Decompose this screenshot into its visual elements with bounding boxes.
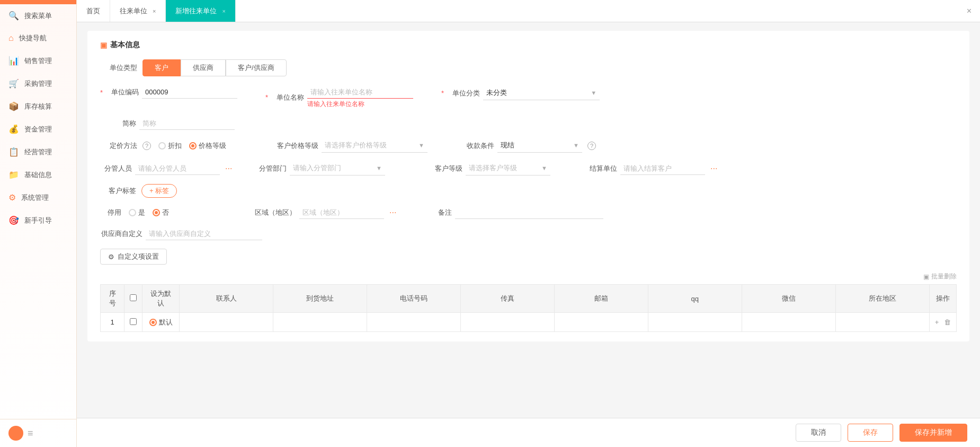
save-button[interactable]: 保存 bbox=[848, 424, 893, 442]
disable-option-yes[interactable]: 是 bbox=[129, 208, 145, 217]
tab-partners[interactable]: 往来单位 × bbox=[110, 0, 166, 22]
menu-icon[interactable]: ≡ bbox=[28, 428, 33, 439]
qq-input[interactable] bbox=[654, 316, 736, 328]
sidebar-item-sales[interactable]: 📊 销售管理 bbox=[0, 49, 76, 72]
sidebar-item-inventory[interactable]: 📦 库存核算 bbox=[0, 95, 76, 118]
type-btn-supplier[interactable]: 供应商 bbox=[181, 59, 226, 76]
required-star: * bbox=[100, 89, 103, 97]
radio-circle-level bbox=[189, 142, 197, 150]
pricing-method-label: 定价方法 bbox=[100, 141, 137, 151]
sidebar-item-quick-nav[interactable]: ⌂ 快捷导航 bbox=[0, 27, 76, 49]
select-all-checkbox[interactable] bbox=[130, 294, 137, 301]
more-icon[interactable]: ··· bbox=[710, 164, 717, 173]
type-btn-both[interactable]: 客户/供应商 bbox=[226, 59, 287, 76]
radio-dot bbox=[152, 321, 155, 324]
customer-price-level-select[interactable]: 请选择客户价格等级 ▼ bbox=[322, 138, 427, 153]
batch-delete-label[interactable]: 批量删除 bbox=[931, 272, 957, 281]
cancel-button[interactable]: 取消 bbox=[796, 424, 841, 442]
sidebar-item-system[interactable]: ⚙ 系统管理 bbox=[0, 186, 76, 209]
region-cell-input[interactable] bbox=[841, 316, 924, 328]
unit-type-label: 单位类型 bbox=[100, 63, 137, 73]
region-input[interactable] bbox=[299, 206, 384, 219]
department-field: 分管部门 请输入分管部门 ▼ bbox=[255, 161, 414, 176]
close-icon[interactable]: × bbox=[153, 8, 156, 14]
payment-terms-select[interactable]: 现结 ▼ bbox=[497, 138, 582, 153]
address-input[interactable] bbox=[279, 316, 361, 328]
tab-new-partner[interactable]: 新增往来单位 × bbox=[166, 0, 235, 22]
cell-action[interactable]: + 🗑 bbox=[929, 313, 956, 332]
sidebar-item-label: 库存核算 bbox=[24, 102, 52, 111]
help-icon[interactable]: ? bbox=[142, 142, 151, 150]
unit-code-label: 单位编码 bbox=[107, 87, 139, 97]
cell-qq bbox=[648, 313, 742, 332]
unit-type-row: 单位类型 客户 供应商 客户/供应商 bbox=[100, 59, 957, 76]
unit-code-input[interactable] bbox=[142, 86, 237, 99]
disable-radio-group: 是 否 bbox=[129, 208, 169, 217]
radio-dot bbox=[155, 211, 158, 214]
delete-row-icon[interactable]: 🗑 bbox=[944, 318, 951, 326]
section-icon: ▣ bbox=[100, 41, 107, 49]
sidebar-item-label: 系统管理 bbox=[21, 193, 49, 203]
disable-option-no[interactable]: 否 bbox=[153, 208, 169, 217]
region-field: 区域（地区） ··· bbox=[255, 206, 414, 219]
disable-region-row: 停用 是 否 bbox=[100, 206, 957, 219]
batch-delete-icon: ▣ bbox=[923, 273, 929, 281]
help-icon[interactable]: ? bbox=[587, 142, 596, 150]
unit-name-input[interactable] bbox=[307, 86, 413, 99]
sidebar: 🔍 搜索菜单 ⌂ 快捷导航 📊 销售管理 🛒 采购管理 📦 库存核算 💰 资金管… bbox=[0, 0, 77, 447]
cell-wechat bbox=[742, 313, 835, 332]
row-checkbox[interactable] bbox=[130, 318, 137, 325]
default-label: 默认 bbox=[159, 318, 173, 327]
clipboard-icon: 📋 bbox=[8, 147, 19, 157]
phone-input[interactable] bbox=[372, 316, 455, 328]
add-row-icon[interactable]: + bbox=[935, 318, 939, 326]
sidebar-item-guide[interactable]: 🎯 新手引导 bbox=[0, 209, 76, 232]
disable-yes-label: 是 bbox=[138, 208, 145, 217]
global-close-button[interactable]: × bbox=[958, 0, 980, 22]
short-name-input[interactable] bbox=[139, 117, 235, 130]
sidebar-item-finance[interactable]: 💰 资金管理 bbox=[0, 118, 76, 141]
add-tag-button[interactable]: + 标签 bbox=[141, 184, 177, 198]
chevron-down-icon: ▼ bbox=[376, 165, 382, 171]
more-icon[interactable]: ··· bbox=[389, 208, 396, 217]
tabs-bar: 首页 往来单位 × 新增往来单位 × × bbox=[77, 0, 980, 22]
unit-category-select[interactable]: 未分类 ▼ bbox=[483, 86, 600, 100]
custom-setting-button[interactable]: ⚙ 自定义项设置 bbox=[100, 249, 167, 265]
main-area: 首页 往来单位 × 新增往来单位 × × ▣ 基本信息 单位类型 客户 供应商 bbox=[77, 0, 980, 447]
wechat-input[interactable] bbox=[747, 316, 830, 328]
sidebar-item-operations[interactable]: 📋 经营管理 bbox=[0, 141, 76, 163]
default-radio[interactable]: 默认 bbox=[148, 318, 174, 327]
email-input[interactable] bbox=[560, 316, 643, 328]
save-new-button[interactable]: 保存并新增 bbox=[899, 424, 967, 442]
sidebar-item-basic[interactable]: 📁 基础信息 bbox=[0, 163, 76, 186]
sidebar-item-search[interactable]: 🔍 搜索菜单 bbox=[0, 4, 76, 27]
table-header-row: 序号 设为默认 联系人 到货地址 电话号码 传真 邮箱 qq 微信 所在地区 操… bbox=[101, 285, 957, 313]
supplier-custom-field: 供应商自定义 bbox=[100, 227, 280, 240]
contacts-table: 序号 设为默认 联系人 到货地址 电话号码 传真 邮箱 qq 微信 所在地区 操… bbox=[100, 284, 957, 332]
unit-name-field: * 单位名称 请输入往来单位名称 bbox=[265, 86, 424, 109]
contact-input[interactable] bbox=[185, 316, 268, 328]
user-avatar[interactable] bbox=[8, 426, 23, 441]
fax-input[interactable] bbox=[466, 316, 549, 328]
remark-input[interactable] bbox=[455, 206, 603, 219]
settlement-unit-input[interactable] bbox=[620, 162, 705, 175]
pricing-option-discount[interactable]: 折扣 bbox=[158, 141, 182, 151]
pricing-option-level[interactable]: 价格等级 bbox=[189, 141, 226, 151]
more-icon[interactable]: ··· bbox=[225, 164, 232, 173]
supplier-custom-input[interactable] bbox=[146, 227, 262, 240]
type-btn-customer[interactable]: 客户 bbox=[142, 59, 181, 76]
pricing-option-level-label: 价格等级 bbox=[199, 141, 226, 151]
close-icon[interactable]: × bbox=[222, 8, 225, 14]
tab-new-partner-label: 新增往来单位 bbox=[175, 6, 217, 16]
required-star: * bbox=[441, 89, 444, 97]
th-phone: 电话号码 bbox=[367, 285, 460, 313]
customer-level-select[interactable]: 请选择客户等级 ▼ bbox=[466, 161, 550, 176]
customer-price-level-field: 客户价格等级 请选择客户价格等级 ▼ bbox=[276, 138, 446, 153]
sidebar-item-purchase[interactable]: 🛒 采购管理 bbox=[0, 72, 76, 95]
cell-contact bbox=[180, 313, 273, 332]
department-select[interactable]: 请输入分管部门 ▼ bbox=[290, 161, 385, 176]
tab-home[interactable]: 首页 bbox=[77, 0, 110, 22]
manager-input[interactable] bbox=[135, 162, 220, 175]
unit-category-label: 单位分类 bbox=[448, 89, 480, 98]
sidebar-item-label: 销售管理 bbox=[24, 56, 52, 66]
